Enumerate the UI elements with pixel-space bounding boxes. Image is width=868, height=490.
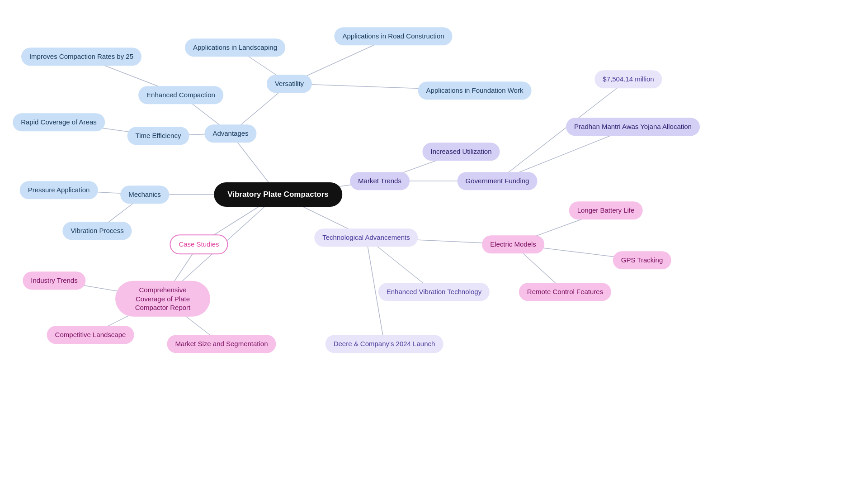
node-mechanics[interactable]: Mechanics [120, 186, 169, 204]
node-advantages[interactable]: Advantages [204, 124, 256, 143]
node-million[interactable]: $7,504.14 million [594, 70, 662, 88]
center-node[interactable]: Vibratory Plate Compactors [214, 182, 342, 207]
node-deere-launch[interactable]: Deere & Company's 2024 Launch [326, 335, 443, 353]
node-tech-advancements[interactable]: Technological Advancements [314, 228, 418, 247]
node-comprehensive[interactable]: Comprehensive Coverage of Plate Compacto… [115, 281, 210, 317]
node-market-size[interactable]: Market Size and Segmentation [167, 335, 276, 353]
node-enhanced-compaction[interactable]: Enhanced Compaction [138, 86, 223, 104]
node-versatility[interactable]: Versatility [267, 75, 312, 93]
node-increased-utilization[interactable]: Increased Utilization [422, 143, 500, 161]
node-case-studies[interactable]: Case Studies [170, 234, 228, 254]
node-vibration-process[interactable]: Vibration Process [62, 222, 132, 240]
node-gps-tracking[interactable]: GPS Tracking [613, 251, 671, 269]
node-market-trends[interactable]: Market Trends [350, 172, 410, 190]
node-road-construction[interactable]: Applications in Road Construction [334, 27, 452, 45]
mind-map: Vibratory Plate CompactorsAdvantagesMech… [0, 0, 868, 490]
node-competitive-landscape[interactable]: Competitive Landscape [47, 326, 134, 344]
node-rapid-coverage[interactable]: Rapid Coverage of Areas [13, 113, 105, 131]
node-foundation-work[interactable]: Applications in Foundation Work [418, 81, 532, 100]
node-pressure-application[interactable]: Pressure Application [20, 181, 98, 199]
node-remote-control[interactable]: Remote Control Features [519, 283, 611, 301]
connection-lines [0, 0, 868, 490]
node-landscaping[interactable]: Applications in Landscaping [185, 38, 285, 57]
node-improves-compaction[interactable]: Improves Compaction Rates by 25 [21, 48, 142, 66]
node-time-efficiency[interactable]: Time Efficiency [127, 127, 189, 145]
node-government-funding[interactable]: Government Funding [458, 172, 538, 190]
node-pradhan[interactable]: Pradhan Mantri Awas Yojana Allocation [566, 118, 700, 136]
node-industry-trends[interactable]: Industry Trends [23, 271, 85, 290]
node-enhanced-vibration[interactable]: Enhanced Vibration Technology [378, 283, 490, 301]
node-longer-battery[interactable]: Longer Battery Life [569, 201, 643, 219]
node-electric-models[interactable]: Electric Models [482, 235, 544, 253]
